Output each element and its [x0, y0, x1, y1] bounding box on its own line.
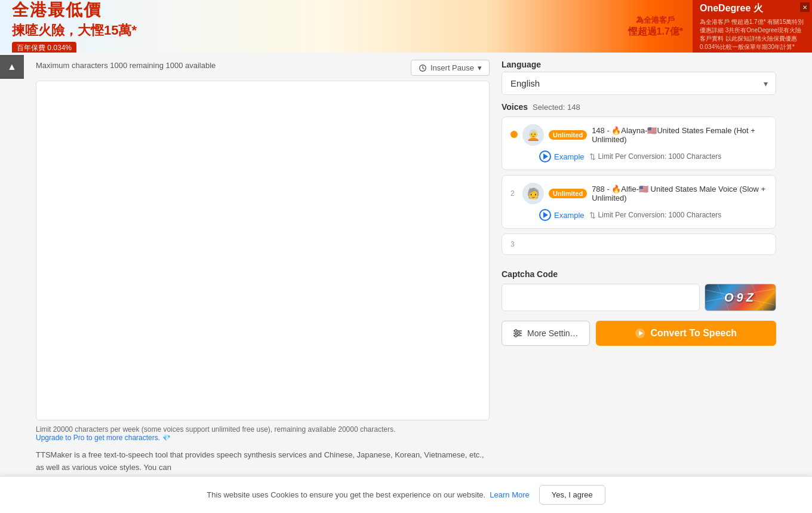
right-panel: Language English Voices Selected: 148 🧑‍… [502, 60, 776, 474]
voice-limit-1: ⇅ Limit Per Conversion: 1000 Characters [589, 152, 722, 161]
limit-text-2: Limit Per Conversion: 1000 Characters [598, 211, 722, 219]
svg-point-9 [518, 332, 520, 334]
voice-play-2[interactable]: Example [539, 209, 585, 221]
ad-badge: 百年保費 0.034% [12, 42, 76, 53]
clock-icon [419, 64, 427, 72]
voice-name-1: 148 - 🔥Alayna-🇺🇸United States Female (Ho… [592, 126, 767, 144]
svg-point-10 [515, 334, 517, 337]
actions-row: More Settin… Convert To Speech [502, 321, 776, 346]
limit-icon-1: ⇅ [589, 152, 596, 161]
scroll-top-button[interactable]: ▲ [0, 55, 24, 79]
ad-for-customers: 為全港客戶 [636, 15, 675, 26]
captcha-row: O9Z [502, 284, 776, 311]
cookie-banner: This website uses Cookies to ensure you … [0, 476, 812, 481]
voices-section: Voices Selected: 148 🧑‍🦳 Unlimited 148 -… [502, 102, 776, 260]
voice-card-1[interactable]: 🧑‍🦳 Unlimited 148 - 🔥Alayna-🇺🇸United Sta… [502, 116, 776, 170]
ad-subtitle: 揀喳火險，大慳15萬* [12, 21, 137, 39]
language-section: Language English [502, 60, 776, 95]
tts-description: TTSMaker is a free text-to-speech tool t… [36, 449, 490, 474]
ad-logo: OneDegree 火 [700, 1, 763, 16]
captcha-input[interactable] [502, 284, 700, 311]
insert-pause-chevron: ▾ [478, 63, 482, 72]
text-area-wrapper [36, 81, 490, 420]
voice-avatar-2: 🧓 [522, 183, 544, 204]
ad-close-icon[interactable]: ✕ [800, 2, 810, 12]
captcha-lines [705, 284, 776, 311]
main-container: Maximum characters 1000 remaining 1000 a… [0, 53, 812, 481]
svg-line-2 [706, 289, 775, 302]
language-select[interactable]: English [502, 72, 776, 95]
voices-selected: Selected: 148 [533, 103, 580, 112]
speaker-icon [635, 328, 645, 339]
voice-limit-2: ⇅ Limit Per Conversion: 1000 Characters [589, 211, 722, 220]
convert-label: Convert To Speech [650, 328, 737, 339]
svg-line-4 [752, 284, 763, 311]
ad-right-text: 為全港客戶 慳超過1.7億* 有關15萬特別優惠詳細 3共所有OneDegree… [700, 18, 805, 51]
svg-line-1 [706, 290, 775, 305]
svg-point-8 [515, 330, 517, 332]
main-text-input[interactable] [44, 88, 482, 411]
play-circle-2 [539, 209, 551, 221]
settings-icon [513, 328, 522, 338]
voice-badge-1: Unlimited [549, 130, 587, 140]
insert-pause-label: Insert Pause [430, 63, 474, 72]
voice-avatar-1: 🧑‍🦳 [522, 124, 544, 146]
voices-label: Voices [502, 102, 528, 112]
voice-badge-2: Unlimited [549, 189, 587, 198]
captcha-section: Captcha Code O9Z [502, 269, 776, 311]
voice-number-2: 2 [510, 189, 518, 198]
voice-example-2: Example [554, 211, 585, 220]
ad-title: 全港最低價 [12, 0, 102, 21]
insert-pause-button[interactable]: Insert Pause ▾ [411, 60, 490, 76]
ad-graphic: 為全港客戶 慳超過1.7億* [619, 15, 693, 38]
ad-banner: 全港最低價 揀喳火險，大慳15萬* 百年保費 0.034% 為全港客戶 慳超過1… [0, 0, 812, 53]
voice-number-1 [510, 131, 518, 140]
voice-card-3[interactable]: 3 [502, 234, 776, 255]
play-triangle-2 [543, 212, 548, 218]
play-circle-1 [539, 150, 551, 162]
more-settings-label: More Settin… [527, 328, 579, 338]
ad-left: 全港最低價 揀喳火險，大慳15萬* 百年保費 0.034% [0, 0, 619, 53]
convert-to-speech-button[interactable]: Convert To Speech [596, 321, 776, 346]
limit-icon-2: ⇅ [589, 211, 596, 220]
voice-selected-dot-1 [510, 131, 518, 138]
captcha-label: Captcha Code [502, 269, 776, 279]
upgrade-link[interactable]: Upgrade to Pro to get more characters. [36, 434, 490, 442]
voice-card-2[interactable]: 2 🧓 Unlimited 788 - 🔥Alfie-🇺🇸 United Sta… [502, 175, 776, 229]
language-select-wrapper: English [502, 72, 776, 95]
voice-play-1[interactable]: Example [539, 150, 585, 162]
char-info: Maximum characters 1000 remaining 1000 a… [36, 61, 216, 70]
voice-name-2: 788 - 🔥Alfie-🇺🇸 United States Male Voice… [592, 185, 767, 202]
play-triangle-1 [543, 153, 548, 159]
left-panel: Maximum characters 1000 remaining 1000 a… [36, 60, 490, 474]
language-label: Language [502, 60, 541, 69]
more-settings-button[interactable]: More Settin… [502, 321, 590, 346]
char-limit-note: Limit 20000 characters per week (some vo… [36, 425, 490, 434]
limit-text-1: Limit Per Conversion: 1000 Characters [598, 152, 722, 161]
voice-example-1: Example [554, 152, 585, 161]
voice-number-3: 3 [510, 240, 515, 248]
captcha-image: O9Z [705, 284, 776, 311]
ad-savings: 慳超過1.7億* [628, 26, 683, 38]
ad-right: OneDegree 火 為全港客戶 慳超過1.7億* 有關15萬特別優惠詳細 3… [693, 0, 812, 53]
